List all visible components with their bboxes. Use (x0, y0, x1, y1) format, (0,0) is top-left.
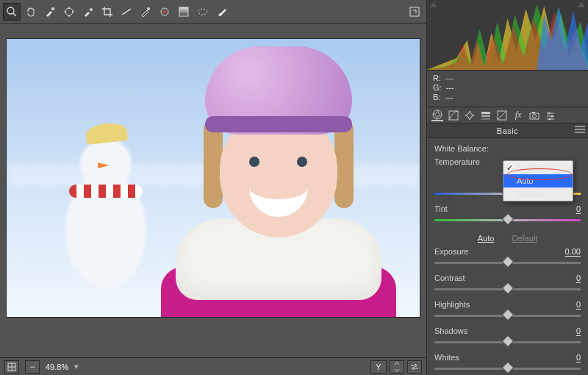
statusbar: − 49.8% ▾ Y (0, 357, 426, 375)
tab-tone-curve[interactable] (448, 110, 459, 121)
compare-updown-button[interactable] (390, 360, 404, 374)
sparkle-eyedropper-icon (82, 6, 94, 18)
grad-filter-tool[interactable] (175, 3, 193, 21)
wb-option-auto[interactable]: Auto (503, 174, 573, 188)
straighten-icon (121, 6, 132, 18)
adjustment-brush-tool[interactable] (213, 3, 231, 21)
svg-point-34 (551, 115, 553, 117)
readout-g-label: G: (433, 83, 442, 93)
readout-b-label: B: (433, 93, 440, 102)
shadows-value[interactable]: 0 (556, 326, 581, 335)
tab-fx[interactable]: fx (512, 110, 524, 121)
wb-option-as-shot[interactable]: ✓ As Shot (503, 161, 573, 174)
wb-dropdown[interactable]: ✓ As Shot Auto Custom (503, 160, 573, 201)
detail-icon (465, 110, 475, 121)
histogram[interactable] (427, 0, 588, 71)
eyedropper-icon (44, 6, 56, 18)
before-after-y-button[interactable]: Y (370, 360, 387, 374)
tab-basic[interactable] (431, 110, 443, 121)
tint-slider[interactable] (434, 213, 581, 226)
rgb-readout: R:--- G:--- B:--- (427, 71, 588, 107)
basic-panel: White Balance: Temperature ✓ As Shot Aut… (427, 138, 588, 375)
tint-value[interactable]: 0 (556, 204, 581, 213)
grid-toggle-button[interactable] (4, 360, 19, 374)
zoom-dropdown-icon[interactable]: ▾ (74, 362, 79, 371)
zoom-tool[interactable] (3, 3, 21, 21)
straighten-tool[interactable] (118, 3, 135, 21)
svg-rect-22 (481, 112, 490, 114)
compare-swap-button[interactable] (407, 360, 422, 374)
svg-rect-21 (449, 111, 458, 120)
tab-presets[interactable] (545, 110, 556, 121)
toggle-preferences[interactable] (406, 3, 423, 21)
zoom-out-button[interactable]: − (25, 360, 40, 374)
grid-icon (7, 362, 16, 371)
hand-tool[interactable] (22, 3, 40, 21)
redeye-icon (159, 6, 171, 18)
basic-auto-link[interactable]: Auto (478, 234, 495, 243)
hand-icon (25, 6, 37, 18)
wb-label: White Balance: (434, 144, 489, 153)
wb-option-custom[interactable]: Custom (503, 188, 573, 201)
split-icon (497, 110, 507, 121)
svg-rect-14 (179, 7, 188, 16)
whites-slider[interactable] (434, 362, 581, 375)
highlights-value[interactable]: 0 (556, 300, 581, 309)
radial-filter-tool[interactable] (194, 3, 212, 21)
spot-removal-tool[interactable] (137, 3, 154, 21)
contrast-value[interactable]: 0 (556, 274, 581, 282)
tab-camera[interactable] (528, 110, 540, 121)
svg-point-2 (51, 7, 54, 10)
svg-point-0 (7, 7, 14, 14)
wb-eyedropper-tool[interactable] (41, 3, 59, 21)
tab-hsl[interactable] (480, 110, 492, 121)
svg-line-8 (122, 9, 131, 15)
ellipse-icon (197, 6, 209, 18)
hsl-icon (481, 110, 491, 121)
shadows-slider[interactable] (434, 335, 581, 349)
contrast-slider[interactable] (434, 282, 581, 296)
basic-default-link[interactable]: Default (512, 234, 537, 243)
crop-icon (101, 6, 113, 18)
svg-point-35 (549, 118, 551, 120)
color-sampler-tool[interactable] (60, 3, 78, 21)
canvas-area[interactable] (0, 24, 426, 357)
redeye-tool[interactable] (156, 3, 173, 21)
svg-line-1 (13, 13, 16, 16)
zoom-icon (6, 6, 18, 18)
checkmark-icon: ✓ (506, 163, 513, 173)
toolbar (0, 0, 426, 24)
shadows-label: Shadows (434, 326, 467, 335)
panel-menu-icon[interactable] (575, 126, 585, 133)
whites-label: Whites (434, 353, 459, 362)
svg-point-15 (198, 9, 207, 15)
svg-rect-23 (481, 115, 490, 117)
targeted-tool[interactable] (79, 3, 97, 21)
gradient-icon (178, 6, 190, 18)
tab-detail[interactable] (464, 110, 476, 121)
readout-b-value: --- (445, 93, 453, 102)
camera-icon (529, 110, 539, 121)
zoom-level[interactable]: 49.8% (46, 362, 68, 371)
tab-split[interactable] (496, 110, 508, 121)
sliders-icon (545, 110, 556, 121)
temperature-label: Temperature (434, 157, 480, 166)
svg-point-13 (163, 10, 166, 13)
panel-title-bar: Basic (427, 124, 588, 138)
exposure-slider[interactable] (434, 256, 581, 269)
whites-value[interactable]: 0 (556, 353, 581, 362)
highlights-slider[interactable] (434, 309, 581, 322)
panel-title: Basic (497, 126, 518, 135)
crop-tool[interactable] (98, 3, 116, 21)
svg-line-26 (498, 111, 506, 120)
heal-icon (140, 6, 151, 18)
svg-rect-29 (532, 112, 535, 113)
svg-point-20 (433, 110, 442, 119)
readout-g-value: --- (446, 83, 454, 93)
exposure-value[interactable]: 0.00 (556, 247, 581, 256)
readout-r-value: --- (445, 74, 453, 83)
preview-image[interactable] (6, 38, 420, 318)
svg-point-9 (123, 12, 125, 14)
exposure-label: Exposure (434, 247, 468, 256)
svg-rect-16 (410, 7, 419, 16)
